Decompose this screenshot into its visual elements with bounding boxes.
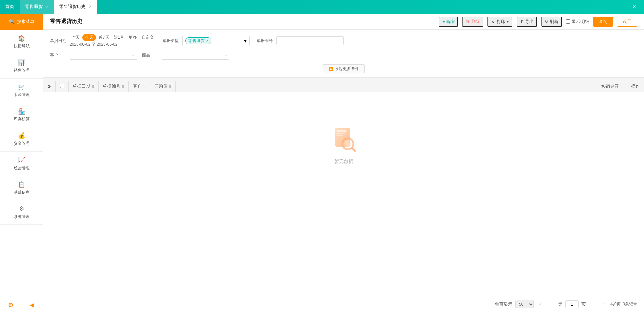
sidebar-item-quick-nav[interactable]: 🏠 快捷导航	[0, 30, 43, 54]
goods-filter-label: 商品	[142, 52, 159, 58]
page-number-input[interactable]	[565, 300, 579, 308]
sidebar-menu: 🏠 快捷导航 📊 销售管理 🛒 采购管理 🏪 库存核算 💰 资金管理 📈	[0, 30, 43, 297]
sidebar: 🔍 搜索菜单 🏠 快捷导航 📊 销售管理 🛒 采购管理 🏪 库存核算 💰	[0, 14, 43, 312]
goods-filter-input[interactable]	[162, 51, 229, 60]
date-option-today[interactable]: 今天	[82, 34, 96, 41]
filter-row-1: 单据日期 昨天 今天 近7天 近1月 更多 自定义 2023-06-02 至 2…	[50, 34, 637, 47]
show-detail-checkbox-group[interactable]: 显示明细	[566, 19, 589, 25]
col-customer-sort-icon[interactable]: ⇅	[143, 85, 146, 88]
col-guide-label: 导购员	[154, 83, 167, 89]
table-container: ⚙ 单据日期 ⇅ 单据编号	[43, 81, 644, 296]
sidebar-item-operations-label: 经营管理	[14, 165, 30, 171]
last-page-button[interactable]: »	[599, 300, 607, 308]
print-button[interactable]: 🖨 打印 ▾	[487, 17, 512, 27]
col-number: 单据编号 ⇅	[99, 81, 129, 92]
refresh-label: 刷新	[550, 19, 558, 25]
next-page-button[interactable]: ›	[589, 300, 597, 308]
customer-filter-input[interactable]	[70, 51, 137, 60]
sidebar-settings-button[interactable]: ⚙	[0, 297, 22, 312]
tab-home-label: 首页	[5, 4, 14, 10]
select-all-checkbox[interactable]	[60, 84, 64, 88]
number-filter-label: 单据编号	[257, 38, 273, 44]
type-tag: 零售退货 ×	[185, 37, 211, 44]
sidebar-item-purchase-mgmt[interactable]: 🛒 采购管理	[0, 79, 43, 103]
svg-line-6	[352, 148, 355, 151]
date-option-more[interactable]: 更多	[127, 34, 139, 41]
sidebar-settings-icon: ⚙	[8, 301, 14, 309]
delete-button[interactable]: 🗑 删除	[462, 17, 483, 27]
svg-rect-1	[336, 130, 347, 132]
refresh-button[interactable]: ↻ 刷新	[541, 17, 562, 27]
date-option-custom[interactable]: 自定义	[140, 34, 156, 41]
col-customer: 客户 ⇅	[129, 81, 150, 92]
col-number-sort-icon[interactable]: ⇅	[122, 85, 124, 88]
print-icon: 🖨	[491, 19, 495, 24]
col-amount-label: 实销金额	[601, 83, 619, 89]
sidebar-collapse-button[interactable]: ◀	[22, 297, 43, 312]
prev-page-button[interactable]: ‹	[547, 300, 555, 308]
col-middle-space	[176, 81, 597, 92]
page-header: 零售退货历史 + 新增 🗑 删除 🖨 打印 ▾ ⬆ 导出 ↻ 刷新	[43, 14, 644, 30]
page-size-label: 每页显示	[495, 301, 512, 307]
tab-retail-return-history-close[interactable]: ×	[89, 4, 91, 9]
show-detail-checkbox[interactable]	[566, 19, 570, 24]
operations-icon: 📈	[18, 156, 25, 164]
purchase-icon: 🛒	[18, 83, 25, 91]
tab-retail-return[interactable]: 零售退货 ×	[20, 0, 54, 14]
sales-icon: 📊	[18, 59, 25, 66]
pagination-bar: 每页显示 10 20 50 100 « ‹ 第 页 › » 共0页, 0条记录	[43, 296, 644, 312]
col-amount-sort-icon[interactable]: ⇅	[620, 85, 623, 88]
export-label: 导出	[525, 19, 534, 25]
col-guide: 导购员 ⇅	[150, 81, 176, 92]
sidebar-search[interactable]: 🔍 搜索菜单	[0, 14, 43, 30]
system-icon: ⚙	[19, 205, 24, 213]
sidebar-item-system[interactable]: ⚙ 系统管理	[0, 200, 43, 225]
window-close-button[interactable]: ×	[629, 2, 639, 12]
setting-button[interactable]: 设置	[617, 17, 637, 27]
sidebar-item-system-label: 系统管理	[14, 214, 30, 220]
print-dropdown-icon: ▾	[507, 19, 509, 24]
empty-illustration	[330, 126, 357, 153]
first-page-button[interactable]: «	[536, 300, 545, 308]
date-option-7days[interactable]: 近7天	[97, 34, 111, 41]
number-filter-input[interactable]	[276, 36, 344, 45]
sidebar-item-finance[interactable]: 💰 资金管理	[0, 127, 43, 152]
col-date-sort-icon[interactable]: ⇅	[92, 85, 94, 88]
page-size-select[interactable]: 10 20 50 100	[515, 300, 534, 308]
type-tag-close-icon[interactable]: ×	[206, 39, 208, 43]
collapse-up-icon: 🔼	[328, 67, 333, 71]
finance-icon: 💰	[18, 132, 25, 139]
sidebar-item-operations[interactable]: 📈 经营管理	[0, 152, 43, 176]
date-option-yesterday[interactable]: 昨天	[70, 34, 82, 41]
tab-retail-return-history[interactable]: 零售退货历史 ×	[54, 0, 97, 14]
empty-row: 暂无数据	[43, 92, 644, 199]
sidebar-item-basic-info[interactable]: 📋 基础信息	[0, 176, 43, 200]
type-tag-label: 零售退货	[188, 38, 205, 44]
export-button[interactable]: ⬆ 导出	[517, 17, 537, 27]
date-range-display: 2023-06-02 至 2023-06-02	[70, 42, 156, 47]
collapse-button[interactable]: 🔼 收起更多条件	[323, 64, 365, 73]
tab-retail-return-close[interactable]: ×	[46, 4, 48, 9]
sidebar-bottom: ⚙ ◀	[0, 297, 43, 312]
col-action: 操作	[627, 81, 644, 92]
page-title: 零售退货历史	[50, 18, 82, 25]
col-guide-sort-icon[interactable]: ⇅	[169, 85, 171, 88]
sidebar-item-inventory[interactable]: 🏪 库存核算	[0, 103, 43, 127]
column-settings-icon[interactable]: ⚙	[47, 84, 51, 89]
sidebar-item-finance-label: 资金管理	[14, 141, 30, 147]
date-option-1month[interactable]: 近1月	[112, 34, 126, 41]
sidebar-item-sales-mgmt[interactable]: 📊 销售管理	[0, 54, 43, 79]
refresh-icon: ↻	[545, 19, 548, 24]
customer-filter-label: 客户	[50, 52, 67, 58]
tab-home[interactable]: 首页	[0, 0, 20, 14]
show-detail-label: 显示明细	[572, 19, 589, 25]
col-number-label: 单据编号	[103, 83, 120, 89]
query-button[interactable]: 查询	[593, 17, 613, 27]
svg-point-5	[344, 140, 351, 147]
col-settings: ⚙	[43, 81, 56, 92]
new-button[interactable]: + 新增	[439, 17, 458, 27]
type-select[interactable]: 零售退货 × ▾	[182, 36, 250, 46]
topbar-right: ×	[629, 2, 644, 12]
basic-info-icon: 📋	[18, 181, 25, 188]
sidebar-item-sales-mgmt-label: 销售管理	[14, 68, 30, 73]
